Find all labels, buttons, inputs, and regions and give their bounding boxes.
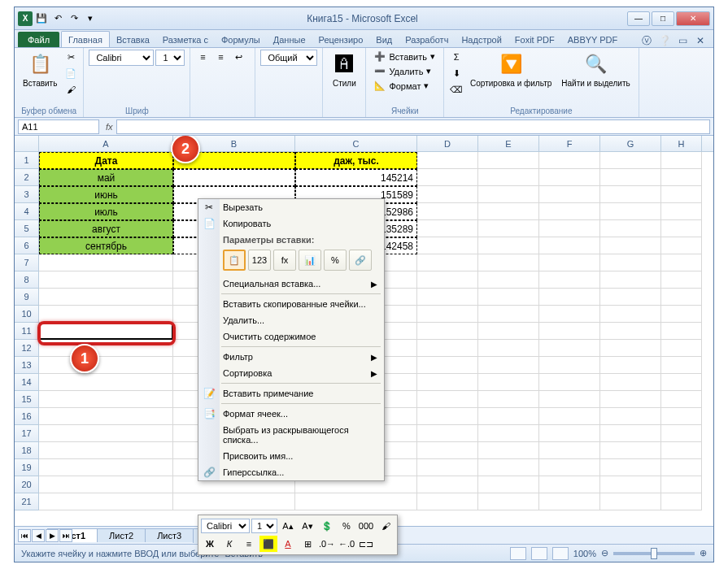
ribbon-options-icon[interactable]: ▭ xyxy=(676,34,689,47)
find-select-button[interactable]: 🔍 Найти и выделить xyxy=(558,50,633,89)
cell[interactable]: Дата xyxy=(39,152,173,169)
cell[interactable] xyxy=(417,374,478,391)
cell[interactable] xyxy=(39,271,173,289)
cell[interactable] xyxy=(417,289,478,306)
mt-bold-icon[interactable]: Ж xyxy=(201,536,219,552)
cell[interactable] xyxy=(539,476,600,493)
align-mid-icon[interactable]: ≡ xyxy=(213,50,228,64)
cell[interactable] xyxy=(539,493,600,510)
qat-dropdown-icon[interactable]: ▾ xyxy=(83,11,98,26)
cell[interactable] xyxy=(600,186,661,203)
cell[interactable] xyxy=(600,408,661,425)
row-header[interactable]: 15 xyxy=(15,391,39,408)
zoom-out-button[interactable]: ⊖ xyxy=(601,548,608,558)
ctx-copy[interactable]: 📄Копировать xyxy=(198,215,384,232)
cell[interactable] xyxy=(39,306,173,323)
tab-foxit[interactable]: Foxit PDF xyxy=(508,32,561,47)
cell[interactable] xyxy=(600,442,661,459)
cell[interactable] xyxy=(39,493,173,510)
col-header-a[interactable]: A xyxy=(39,136,173,151)
cell[interactable] xyxy=(478,254,539,271)
row-header[interactable]: 10 xyxy=(15,306,39,323)
cell[interactable] xyxy=(661,220,702,237)
cell[interactable] xyxy=(600,237,661,254)
mt-size-select[interactable]: 11 xyxy=(251,519,277,533)
cell[interactable] xyxy=(417,357,478,374)
row-header[interactable]: 12 xyxy=(15,340,39,357)
cell[interactable] xyxy=(600,169,661,186)
cell[interactable]: июнь xyxy=(39,186,173,203)
undo-icon[interactable]: ↶ xyxy=(50,11,65,26)
minimize-button[interactable]: — xyxy=(627,11,650,26)
cell[interactable] xyxy=(539,408,600,425)
cell[interactable] xyxy=(417,186,478,203)
copy-icon[interactable]: 📄 xyxy=(63,66,78,80)
cell[interactable]: август xyxy=(39,220,173,237)
row-header[interactable]: 19 xyxy=(15,459,39,476)
ctx-comment[interactable]: 📝Вставить примечание xyxy=(198,385,384,402)
cell[interactable] xyxy=(539,186,600,203)
row-header[interactable]: 18 xyxy=(15,442,39,459)
mt-format-painter-icon[interactable]: 🖌 xyxy=(377,518,395,534)
cell[interactable] xyxy=(417,442,478,459)
row-header[interactable]: 14 xyxy=(15,374,39,391)
ctx-define-name[interactable]: Присвоить имя... xyxy=(198,448,384,464)
view-layout-icon[interactable] xyxy=(531,547,547,560)
cell[interactable] xyxy=(478,271,539,289)
cell[interactable] xyxy=(539,357,600,374)
cell[interactable] xyxy=(539,152,600,169)
cell[interactable] xyxy=(173,493,295,510)
cell[interactable] xyxy=(39,289,173,306)
ctx-delete[interactable]: Удалить... xyxy=(198,312,384,328)
cell[interactable] xyxy=(417,391,478,408)
col-header-g[interactable]: G xyxy=(600,136,661,151)
cut-icon[interactable]: ✂ xyxy=(63,50,78,64)
cell[interactable] xyxy=(600,493,661,510)
maximize-button[interactable]: □ xyxy=(652,11,674,26)
cell[interactable] xyxy=(417,152,478,169)
cell[interactable] xyxy=(417,459,478,476)
tab-data[interactable]: Данные xyxy=(267,32,312,47)
paste-opt-transpose[interactable]: 📊 xyxy=(299,250,321,271)
mt-comma-icon[interactable]: 000 xyxy=(357,518,375,534)
tab-review[interactable]: Рецензиро xyxy=(312,32,370,47)
minimize-ribbon-icon[interactable]: ⓥ xyxy=(640,34,653,47)
col-header-c[interactable]: C xyxy=(295,136,417,151)
col-header-h[interactable]: H xyxy=(661,136,702,151)
cell[interactable] xyxy=(478,425,539,442)
ctx-sort[interactable]: Сортировка▶ xyxy=(198,365,384,381)
zoom-slider[interactable] xyxy=(613,552,695,555)
styles-button[interactable]: 🅰 Стили xyxy=(328,50,360,89)
cell[interactable]: май xyxy=(39,169,173,186)
help-icon[interactable]: ❔ xyxy=(658,34,671,47)
cell[interactable] xyxy=(539,323,600,340)
mt-align-icon[interactable]: ≡ xyxy=(240,536,258,552)
cell[interactable] xyxy=(600,459,661,476)
view-pagebreak-icon[interactable] xyxy=(552,547,569,560)
ctx-filter[interactable]: Фильтр▶ xyxy=(198,349,384,365)
cell[interactable] xyxy=(600,220,661,237)
cell[interactable] xyxy=(600,391,661,408)
cell[interactable] xyxy=(478,306,539,323)
paste-opt-all[interactable]: 📋 xyxy=(223,250,246,271)
ctx-hyperlink[interactable]: 🔗Гиперссылка... xyxy=(198,464,384,480)
cell[interactable] xyxy=(600,357,661,374)
cell[interactable] xyxy=(661,391,702,408)
cell[interactable] xyxy=(661,289,702,306)
paste-opt-values[interactable]: 123 xyxy=(248,250,271,271)
cell[interactable] xyxy=(39,357,173,374)
cell[interactable]: июль xyxy=(39,203,173,220)
sheet-nav-last[interactable]: ⏭ xyxy=(59,529,72,542)
cell[interactable] xyxy=(478,340,539,357)
mt-merge-icon[interactable]: ⊏⊐ xyxy=(357,536,375,552)
wrap-icon[interactable]: ↩ xyxy=(231,50,246,64)
col-header-f[interactable]: F xyxy=(539,136,600,151)
redo-icon[interactable]: ↷ xyxy=(67,11,81,26)
row-header[interactable]: 21 xyxy=(15,493,39,510)
formula-bar[interactable] xyxy=(116,119,710,134)
cell[interactable] xyxy=(661,374,702,391)
cell[interactable] xyxy=(539,237,600,254)
cell[interactable] xyxy=(661,408,702,425)
cell[interactable] xyxy=(600,271,661,289)
cell[interactable] xyxy=(661,306,702,323)
